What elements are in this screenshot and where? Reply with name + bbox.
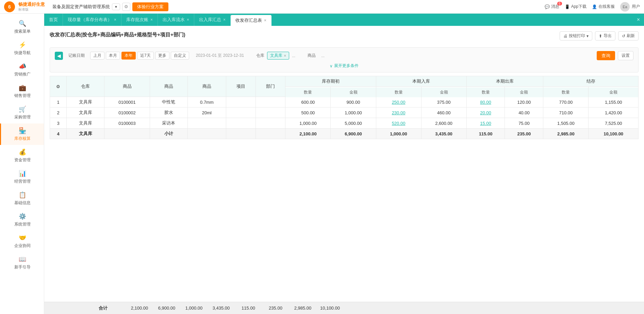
th-project: 项目 bbox=[226, 76, 255, 97]
warehouse-tag[interactable]: 文具库 × bbox=[267, 52, 289, 60]
tab-inout-flow[interactable]: 出入库流水 × bbox=[158, 14, 194, 26]
table-cell: 1,420.00 bbox=[589, 108, 639, 118]
warehouse-label: 仓库 bbox=[256, 53, 264, 59]
system-icon: ⚙️ bbox=[19, 213, 26, 220]
table-cell: 0100003 bbox=[104, 118, 150, 129]
settings-icon[interactable]: ⚙ bbox=[122, 3, 130, 11]
system-name: 装备及固定资产辅助管理系统 bbox=[52, 4, 110, 10]
filter-toggle-btn[interactable]: ◀ bbox=[55, 52, 63, 60]
print-button[interactable]: 🖨 按钮打印 ▾ bbox=[560, 31, 592, 40]
table-cell: 2,985.00 bbox=[543, 129, 589, 139]
app-logo: 6 bbox=[4, 1, 15, 12]
set-button[interactable]: 设置 bbox=[618, 51, 633, 60]
footer-bal-amt: 10,100.00 bbox=[316, 305, 344, 311]
basic-icon: 📋 bbox=[19, 191, 26, 199]
table-cell bbox=[256, 97, 285, 108]
content-area: 首页 现存量（库存分布表） × 库存批次账 × 出入库流水 × 出入库汇总 × … bbox=[44, 14, 644, 314]
table-cell[interactable]: 250.00 bbox=[376, 97, 421, 108]
goods-more-btn[interactable]: ... bbox=[321, 53, 325, 58]
tab-inout-summary-close[interactable]: × bbox=[223, 17, 226, 22]
table-cell: 3 bbox=[50, 118, 67, 129]
th-out-group: 本期出库 bbox=[466, 76, 543, 87]
table-cell: 5,000.00 bbox=[331, 118, 376, 129]
table-cell: 375.00 bbox=[421, 97, 466, 108]
sidebar-item-system[interactable]: ⚙️ 系统管理 bbox=[0, 209, 44, 231]
warehouse-more-btn[interactable]: ... bbox=[292, 53, 295, 58]
table-cell: 710.00 bbox=[543, 108, 589, 118]
sidebar-item-operation[interactable]: 📊 经营管理 bbox=[0, 166, 44, 188]
sidebar-item-search[interactable]: 🔍 搜索菜单 bbox=[0, 16, 44, 38]
purchase-icon: 🛒 bbox=[19, 105, 26, 113]
search-icon: 🔍 bbox=[19, 20, 26, 27]
trial-button[interactable]: 体验行业方案 bbox=[132, 2, 168, 11]
table-cell: 胶水 bbox=[150, 108, 187, 118]
table-settings-icon[interactable]: ⚙ bbox=[53, 82, 63, 91]
tab-inout-flow-close[interactable]: × bbox=[187, 17, 189, 22]
refresh-button[interactable]: ↺ 刷新 bbox=[618, 31, 639, 40]
sidebar-label-sales: 销售管理 bbox=[14, 93, 31, 99]
table-cell: 500.00 bbox=[285, 108, 331, 118]
sidebar-item-quicknav[interactable]: ⚡ 快捷导航 bbox=[0, 38, 44, 59]
sidebar-item-purchase[interactable]: 🛒 采购管理 bbox=[0, 102, 44, 123]
tab-batch-close[interactable]: × bbox=[150, 17, 153, 22]
app-download-btn[interactable]: 📱 App下载 bbox=[565, 4, 587, 10]
tab-inout-summary[interactable]: 出入库汇总 × bbox=[194, 14, 231, 26]
table-row: 2文具库0100002胶水20ml500.001,000.00230.00460… bbox=[50, 108, 639, 118]
sidebar-item-guide[interactable]: 📖 新手引导 bbox=[0, 252, 44, 274]
online-service-btn[interactable]: 👤 在线客服 bbox=[592, 4, 615, 10]
table-cell: 2,600.00 bbox=[421, 118, 466, 129]
export-button[interactable]: ⬆ 导出 bbox=[595, 31, 615, 40]
table-cell: 40.00 bbox=[505, 108, 543, 118]
table-cell[interactable]: 230.00 bbox=[376, 108, 421, 118]
sidebar-item-basic[interactable]: 📋 基础信息 bbox=[0, 188, 44, 209]
sidebar-label-collab: 企业协同 bbox=[14, 243, 31, 249]
table-cell: 1 bbox=[50, 97, 67, 108]
sidebar-item-sales[interactable]: 💼 销售管理 bbox=[0, 81, 44, 102]
footer-values: 2,100.00 6,900.00 1,000.00 3,435.00 115.… bbox=[126, 305, 344, 311]
tab-end-close[interactable]: × bbox=[637, 17, 644, 23]
quicknav-icon: ⚡ bbox=[19, 41, 26, 49]
date-btn-this-month[interactable]: 本月 bbox=[106, 52, 120, 60]
tab-home[interactable]: 首页 bbox=[44, 14, 63, 26]
expand-conditions-btn[interactable]: ∨ 展开更多条件 bbox=[330, 63, 359, 69]
marketing-icon: 📣 bbox=[19, 63, 26, 70]
date-btn-this-year[interactable]: 本年 bbox=[121, 52, 136, 60]
brand-line1: 畅捷通好生意 bbox=[18, 2, 45, 7]
table-cell: 1,000.00 bbox=[285, 118, 331, 129]
footer-init-amt: 6,900.00 bbox=[153, 305, 180, 311]
table-cell[interactable]: 20.00 bbox=[466, 108, 505, 118]
tab-batch-label: 库存批次账 bbox=[126, 17, 148, 23]
message-btn[interactable]: 💬 消息 6 bbox=[545, 4, 559, 10]
tab-receivable-summary[interactable]: 收发存汇总表 × bbox=[231, 15, 271, 26]
date-btn-last-month[interactable]: 上月 bbox=[90, 52, 104, 60]
finance-icon: 💰 bbox=[19, 148, 26, 156]
sidebar-item-inventory[interactable]: 🏪 库存核算 bbox=[0, 123, 44, 145]
warehouse-tag-close[interactable]: × bbox=[284, 53, 286, 58]
table-cell: 0100001 bbox=[104, 97, 150, 108]
footer-bal-qty: 2,985.00 bbox=[289, 305, 316, 311]
sidebar-item-finance[interactable]: 💰 资金管理 bbox=[0, 145, 44, 166]
user-section[interactable]: Ea 用户 bbox=[620, 2, 640, 12]
tab-receivable-summary-close[interactable]: × bbox=[264, 18, 266, 23]
table-cell: 4 bbox=[50, 129, 67, 139]
system-dropdown[interactable]: ▾ bbox=[112, 3, 120, 10]
download-icon: 📱 bbox=[565, 4, 570, 9]
date-btn-7days[interactable]: 近7天 bbox=[137, 52, 154, 60]
tab-batch[interactable]: 库存批次账 × bbox=[121, 14, 158, 26]
sidebar-label-quicknav: 快捷导航 bbox=[14, 50, 31, 56]
table-cell bbox=[256, 118, 285, 129]
table-cell[interactable]: 520.00 bbox=[376, 118, 421, 129]
th-out-amt: 金额 bbox=[505, 87, 543, 97]
table-cell[interactable]: 80.00 bbox=[466, 97, 505, 108]
date-btn-more[interactable]: 更多 bbox=[155, 52, 169, 60]
date-btn-custom[interactable]: 自定义 bbox=[171, 52, 189, 60]
sidebar-item-marketing[interactable]: 📣 营销推广 bbox=[0, 59, 44, 81]
table-cell bbox=[226, 97, 255, 108]
query-button[interactable]: 查询 bbox=[597, 51, 615, 60]
footer-init-qty: 2,100.00 bbox=[126, 305, 153, 311]
tab-inventory-dist[interactable]: 现存量（库存分布表） × bbox=[63, 14, 121, 26]
table-cell[interactable]: 15.00 bbox=[466, 118, 505, 129]
sidebar-item-collab[interactable]: 🤝 企业协同 bbox=[0, 231, 44, 252]
tab-inventory-dist-close[interactable]: × bbox=[114, 17, 116, 22]
sidebar-label-search: 搜索菜单 bbox=[14, 29, 31, 34]
